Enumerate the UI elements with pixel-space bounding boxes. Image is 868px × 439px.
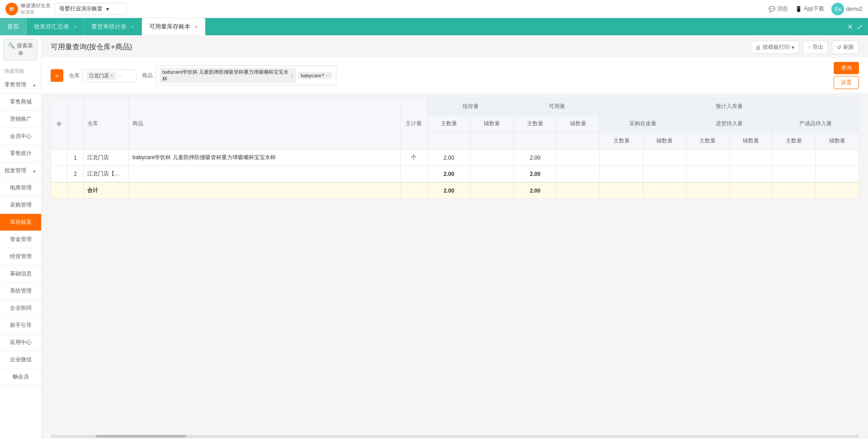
footer-current-aux — [471, 182, 514, 199]
sidebar-item-finance-label: 资金管理 — [10, 236, 32, 242]
filter-bar: » 仓库 江北门店 × ··· 商品 babycare学饮杯 儿童防摔防撞吸管杯… — [42, 57, 868, 94]
expand-tabs-icon[interactable]: ⤢ — [857, 23, 863, 31]
footer-unit — [400, 182, 427, 199]
page-header: 可用量查询(按仓库+商品) 🖨 按模板打印 ▾ ↑ 导出 ↺ 刷新 — [42, 35, 868, 57]
sidebar-item-ecommerce-label: 电商管理 — [10, 184, 32, 191]
sidebar-item-operations[interactable]: 经营管理 — [0, 248, 41, 265]
sidebar-item-wechat[interactable]: 企业微信 — [0, 351, 41, 368]
chevron-wholesale-icon: ▲ — [32, 168, 37, 173]
export-button[interactable]: ↑ 导出 — [803, 41, 828, 54]
org-selector[interactable]: 母婴行业演示账套 ▾ — [54, 3, 127, 15]
warehouse-tag-value: 江北门店 — [89, 72, 109, 79]
sidebar: 🔍 搜索菜单 快捷导航 零售管理 ▲ 零售商城 营销推广 会员中心 零售统计 批… — [0, 35, 42, 439]
refresh-label: 刷新 — [843, 43, 854, 51]
table-footer-row: 合计 2.00 2.00 — [51, 182, 859, 199]
cell-purchase-main-1 — [600, 150, 643, 166]
col-header-ia: 辅数量 — [729, 132, 772, 150]
sidebar-item-app-center[interactable]: 应用中心 — [0, 334, 41, 351]
page-title: 可用量查询(按仓库+商品) — [51, 42, 132, 52]
query-button[interactable]: 查询 — [834, 62, 859, 74]
avatar: Ea — [831, 3, 844, 15]
product-filter-input[interactable]: babycare学饮杯 儿童防摔防撞吸管杯重力球吸嘴杯宝宝水杯 × babyca… — [156, 66, 336, 85]
table-section: ⚙ 仓库 商品 主计量 现存量 可用量 预计入库量 主数量 辅数量 主数量 — [42, 98, 868, 434]
export-label: 导出 — [812, 43, 823, 51]
footer-product-aux — [816, 182, 859, 199]
sidebar-item-vip[interactable]: 畅会员 — [0, 368, 41, 386]
sidebar-item-wholesale-label: 批发管理 — [5, 167, 26, 175]
col-header-pa: 辅数量 — [643, 132, 686, 150]
col-header-avail-aux: 辅数量 — [557, 115, 600, 132]
sidebar-item-retail-mall[interactable]: 零售商城 — [0, 94, 41, 111]
warehouse-tag-close-icon[interactable]: × — [110, 73, 113, 78]
tab-order-close-icon[interactable]: × — [131, 24, 134, 29]
tab-receive-close-icon[interactable]: × — [74, 24, 76, 29]
tab-available-close-icon[interactable]: × — [195, 24, 198, 29]
logo-area: 好 畅捷通好生意 标准版 — [5, 2, 51, 15]
tab-order-stats[interactable]: 要货单统计表 × — [84, 18, 142, 35]
sidebar-item-new-guide[interactable]: 新手引导 — [0, 317, 41, 334]
sidebar-nav-label: 快捷导航 — [0, 64, 41, 76]
scroll-track — [51, 435, 859, 438]
user-menu[interactable]: Ea demo2 — [831, 3, 863, 15]
search-icon: 🔍 — [8, 42, 15, 49]
cell-current-main-2: 2.00 — [427, 166, 470, 183]
refresh-button[interactable]: ↺ 刷新 — [832, 41, 859, 54]
sidebar-item-retail-stats[interactable]: 零售统计 — [0, 145, 41, 162]
cell-settings — [51, 150, 67, 166]
sidebar-item-inventory[interactable]: 库存核算 — [0, 214, 41, 231]
cell-avail-main-1: 2.00 — [514, 150, 557, 166]
warehouse-more-icon[interactable]: ··· — [118, 72, 122, 79]
warehouse-filter-input[interactable]: 江北门店 × ··· — [82, 69, 137, 82]
col-header-settings[interactable]: ⚙ — [51, 98, 67, 150]
tab-available-qty[interactable]: 可用量库存账本 × — [142, 18, 205, 35]
sidebar-item-retail[interactable]: 零售管理 ▲ — [0, 76, 41, 94]
sidebar-item-member[interactable]: 会员中心 — [0, 128, 41, 145]
sidebar-item-wechat-label: 企业微信 — [10, 356, 32, 363]
sidebar-item-purchase[interactable]: 采购管理 — [0, 197, 41, 214]
tab-receive-summary[interactable]: 收发存汇总表 × — [27, 18, 84, 35]
col-header-available: 可用量 — [514, 98, 600, 115]
tab-home[interactable]: 首页 — [0, 18, 27, 35]
settings-button[interactable]: 设置 — [834, 76, 859, 89]
footer-incoming-main — [686, 182, 729, 199]
top-bar-left: 好 畅捷通好生意 标准版 母婴行业演示账套 ▾ — [5, 2, 127, 15]
data-table: ⚙ 仓库 商品 主计量 现存量 可用量 预计入库量 主数量 辅数量 主数量 — [51, 98, 859, 199]
cell-product-2 — [129, 166, 401, 183]
filter-expand-button[interactable]: » — [51, 69, 63, 82]
horizontal-scrollbar[interactable] — [42, 434, 868, 439]
settings-gear-icon: ⚙ — [57, 121, 61, 127]
refresh-icon: ↺ — [837, 44, 841, 51]
cell-incoming-main-1 — [686, 150, 729, 166]
main-layout: 🔍 搜索菜单 快捷导航 零售管理 ▲ 零售商城 营销推广 会员中心 零售统计 批… — [0, 35, 868, 439]
sidebar-item-wholesale[interactable]: 批发管理 ▲ — [0, 162, 41, 179]
cell-purchase-main-2 — [600, 166, 643, 183]
tab-bar: 首页 收发存汇总表 × 要货单统计表 × 可用量库存账本 × ✕ ⤢ — [0, 18, 868, 35]
app-download-button[interactable]: 📱 App下载 — [795, 5, 824, 13]
sidebar-item-marketing[interactable]: 营销推广 — [0, 111, 41, 128]
export-icon: ↑ — [808, 44, 811, 51]
sidebar-search-button[interactable]: 🔍 搜索菜单 — [4, 39, 38, 61]
sidebar-item-finance[interactable]: 资金管理 — [0, 231, 41, 248]
logo-icon: 好 — [5, 3, 18, 15]
close-all-tabs-icon[interactable]: ✕ — [847, 23, 853, 31]
scroll-thumb[interactable] — [96, 435, 186, 438]
product-tag-1-close-icon[interactable]: × — [291, 73, 294, 78]
print-button[interactable]: 🖨 按模板打印 ▾ — [750, 41, 799, 54]
product-filter-label: 商品 — [142, 72, 153, 80]
col-header-avail-main: 主数量 — [514, 115, 557, 132]
tab-home-label: 首页 — [7, 23, 19, 31]
col-header-current-aux: 辅数量 — [471, 115, 514, 132]
col-header-proda: 辅数量 — [816, 132, 859, 150]
footer-incoming-aux — [729, 182, 772, 199]
org-name: 母婴行业演示账套 — [59, 5, 103, 13]
sidebar-item-ecommerce[interactable]: 电商管理 — [0, 179, 41, 197]
sidebar-item-system[interactable]: 系统管理 — [0, 283, 41, 300]
cell-current-main-1: 2.00 — [427, 150, 470, 166]
cell-no-1: 1 — [67, 150, 84, 166]
sidebar-item-enterprise[interactable]: 企业协同 — [0, 300, 41, 317]
msg-button[interactable]: 💬 消息 — [769, 5, 788, 13]
page-actions: 🖨 按模板打印 ▾ ↑ 导出 ↺ 刷新 — [750, 41, 859, 54]
filter-action-group: 查询 设置 — [834, 62, 859, 89]
sidebar-item-basic-info[interactable]: 基础信息 — [0, 265, 41, 283]
cell-product-main-1 — [773, 150, 816, 166]
